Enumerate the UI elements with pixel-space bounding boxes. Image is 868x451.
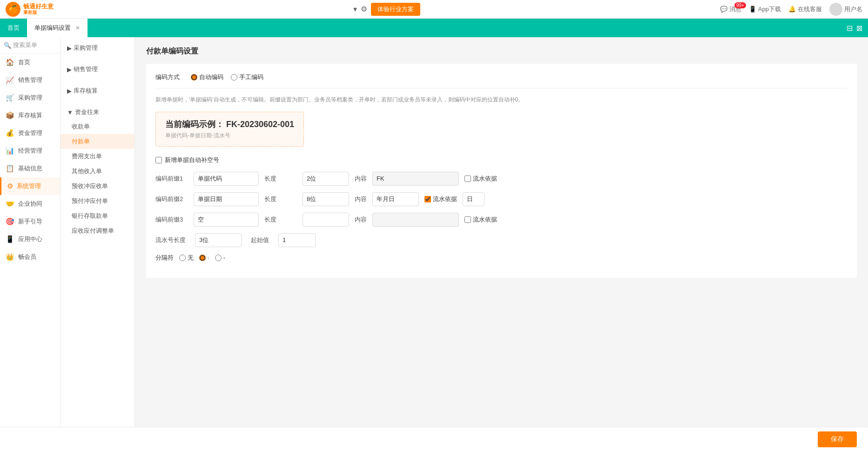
inner-receipt-label: 收款单 (72, 123, 90, 130)
serial3-checkbox[interactable]: 流水依据 (464, 215, 497, 224)
length1-select[interactable]: 2位 (303, 172, 349, 186)
home-icon: 🏠 (6, 58, 14, 67)
nav-expand-button[interactable]: ⊠ (856, 24, 862, 33)
sep-dash-radio[interactable]: - (215, 254, 225, 261)
nav-minimize-button[interactable]: ⊟ (847, 24, 853, 33)
sidebar-item-system[interactable]: ⚙ 系统管理 (0, 177, 60, 195)
start-value-input[interactable] (278, 233, 316, 247)
manual-code-input[interactable] (231, 74, 237, 81)
sidebar-item-cooperation[interactable]: 🤝 企业协同 (0, 195, 60, 213)
sidebar-item-basic[interactable]: 📋 基础信息 (0, 160, 60, 177)
message-icon: 💬 (720, 6, 727, 13)
serial2-label: 流水依据 (433, 195, 457, 203)
prefix2-row: 编码前缀2 单据日期 长度 8位 内容 年月日 流水依据 (155, 192, 848, 206)
group-sales: ▶ 销售管理 (61, 59, 135, 80)
tab-code-setting[interactable]: 单据编码设置 ✕ (27, 19, 87, 37)
sidebar-item-operation[interactable]: 📊 经营管理 (0, 142, 60, 160)
nav-right-icons: ⊟ ⊠ (847, 24, 868, 33)
sidebar-item-appcenter[interactable]: 📱 应用中心 (0, 230, 60, 248)
serial1-checkbox[interactable]: 流水依据 (464, 175, 497, 183)
separator-label: 分隔符 (155, 254, 174, 262)
content2-label: 内容 (355, 195, 367, 203)
online-service-item[interactable]: 🔔 在线客服 (788, 5, 822, 13)
start-value-label: 起始值 (251, 236, 269, 244)
sidebar-inventory-label: 库存核算 (18, 111, 42, 120)
expand-button[interactable]: ▾ (353, 5, 357, 13)
inner-item-expense[interactable]: 费用支出单 (61, 149, 135, 164)
manual-code-radio[interactable]: 手工编码 (231, 73, 263, 81)
sep-dot-input[interactable] (199, 255, 206, 261)
group-inventory-title[interactable]: ▶ 库存核算 (61, 84, 135, 98)
sidebar-item-purchase[interactable]: 🛒 采购管理 (0, 89, 60, 107)
sidebar-search[interactable]: 🔍 搜索菜单 (0, 37, 60, 54)
example-label-prefix: 当前编码示例： (165, 120, 224, 129)
sidebar-operation-label: 经营管理 (18, 147, 42, 155)
app-download-item[interactable]: 📱 App下载 (749, 5, 781, 13)
save-button[interactable]: 保存 (818, 431, 857, 447)
settings-button[interactable]: ⚙ (361, 5, 367, 13)
inner-item-payment[interactable]: 付款单 (61, 134, 135, 149)
serial2-checkbox[interactable]: 流水依据 (424, 195, 457, 203)
auto-code-radio[interactable]: 自动编码 (191, 73, 223, 81)
inner-item-other-income[interactable]: 其他收入单 (61, 164, 135, 179)
sidebar-item-finance[interactable]: 💰 资金管理 (0, 124, 60, 142)
experience-button[interactable]: 体验行业方案 (371, 3, 420, 16)
prefix2-select[interactable]: 单据日期 (194, 192, 259, 206)
length2-select[interactable]: 8位 (303, 192, 349, 206)
content2-select[interactable]: 年月日 (372, 192, 419, 206)
inner-item-receipt[interactable]: 收款单 (61, 119, 135, 134)
auto-code-input[interactable] (191, 74, 197, 81)
prefix3-select[interactable]: 空 (194, 213, 259, 227)
prefix1-select[interactable]: 单据代码 (194, 172, 259, 186)
serial2-unit-select[interactable]: 日 月 年 (463, 192, 484, 206)
tab-close-icon[interactable]: ✕ (75, 25, 80, 31)
inner-bank-label: 银行存取款单 (72, 212, 108, 219)
inner-item-adjustment[interactable]: 应收应付调整单 (61, 223, 135, 238)
auto-fill-checkbox[interactable] (155, 157, 162, 163)
appcenter-icon: 📱 (6, 235, 14, 243)
top-bar-left: 🍊 畅通好生意 掌柜版 (6, 2, 54, 17)
sidebar-item-guide[interactable]: 🎯 新手引导 (0, 213, 60, 230)
inner-item-prepay-payable[interactable]: 预付冲应付单 (61, 194, 135, 209)
inner-payment-label: 付款单 (72, 138, 90, 145)
sidebar-item-member[interactable]: 👑 畅会员 (0, 248, 60, 266)
nav-tabs: 首页 单据编码设置 ✕ ⊟ ⊠ (0, 19, 868, 37)
group-sales-title[interactable]: ▶ 销售管理 (61, 62, 135, 76)
sidebar-item-home[interactable]: 🏠 首页 (0, 54, 60, 71)
inner-sidebar: ▶ 采购管理 ▶ 销售管理 ▶ 库存核算 ▼ 资金往来 (61, 37, 135, 451)
message-item[interactable]: 💬 消息 99+ (720, 5, 741, 13)
length3-select[interactable] (303, 213, 349, 227)
app-logo: 🍊 畅通好生意 掌柜版 (6, 2, 54, 17)
sidebar-cooperation-label: 企业协同 (18, 200, 42, 208)
sidebar-member-label: 畅会员 (18, 253, 36, 261)
content1-input (372, 172, 459, 186)
serial3-input[interactable] (464, 216, 471, 223)
message-badge: 99+ (734, 2, 746, 8)
group-inventory: ▶ 库存核算 (61, 80, 135, 101)
inner-item-bank[interactable]: 银行存取款单 (61, 209, 135, 223)
group-purchase: ▶ 采购管理 (61, 37, 135, 59)
left-sidebar: 🔍 搜索菜单 🏠 首页 📈 销售管理 🛒 采购管理 📦 库存核算 💰 资金管理 … (0, 37, 61, 451)
serial1-input[interactable] (464, 175, 471, 182)
prefix1-row: 编码前缀1 单据代码 长度 2位 内容 流水依据 (155, 172, 848, 186)
sep-none-radio[interactable]: 无 (179, 254, 194, 262)
inner-item-prepay-receivable[interactable]: 预收冲应收单 (61, 179, 135, 194)
user-profile[interactable]: 用户名 (829, 3, 862, 16)
sep-dot-radio[interactable]: · (199, 254, 209, 261)
sidebar-item-sales[interactable]: 📈 销售管理 (0, 71, 60, 89)
serial2-input[interactable] (424, 196, 431, 202)
sep-none-input[interactable] (179, 255, 186, 261)
length2-label: 长度 (264, 195, 297, 203)
group-capital: ▼ 资金往来 收款单 付款单 费用支出单 其他收入单 预收冲应收单 (61, 101, 135, 242)
chevron-right-icon: ▶ (67, 45, 72, 52)
sep-dash-input[interactable] (215, 255, 222, 261)
sidebar-item-inventory[interactable]: 📦 库存核算 (0, 107, 60, 124)
length1-label: 长度 (264, 175, 297, 183)
group-capital-title[interactable]: ▼ 资金往来 (61, 105, 135, 119)
serial-length-select[interactable]: 3位 4位 5位 (195, 233, 242, 247)
group-purchase-title[interactable]: ▶ 采购管理 (61, 41, 135, 55)
group-purchase-label: 采购管理 (74, 44, 98, 52)
sidebar-purchase-label: 采购管理 (18, 94, 42, 102)
logo-sub: 掌柜版 (23, 10, 54, 15)
tab-home[interactable]: 首页 (0, 19, 27, 37)
